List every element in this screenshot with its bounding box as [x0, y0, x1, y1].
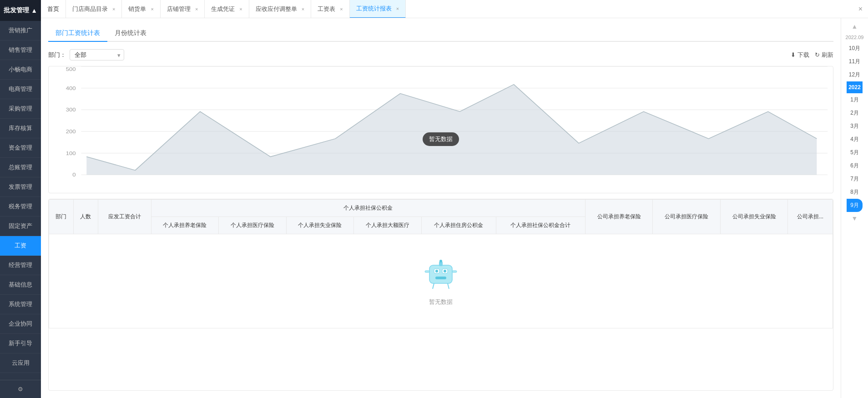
sidebar-item-ecommerce[interactable]: 电商管理	[0, 80, 41, 99]
timeline-item-2022-10[interactable]: 10月	[847, 42, 863, 55]
empty-state: 暂无数据	[53, 238, 829, 324]
sub-tab-month[interactable]: 月份统计表	[107, 25, 154, 42]
timeline-down-arrow[interactable]: ▼	[852, 212, 858, 225]
timeline-item-2023-4[interactable]: 4月	[847, 133, 863, 146]
tab-ar-ap[interactable]: 应收应付调整单×	[249, 0, 311, 18]
sidebar-item-finance[interactable]: 资金管理	[0, 138, 41, 158]
svg-text:500: 500	[66, 66, 76, 72]
timeline-item-2023-6[interactable]: 6月	[847, 159, 863, 172]
sidebar-item-guide[interactable]: 新手引导	[0, 334, 41, 353]
dept-select-wrapper[interactable]: 全部	[70, 49, 124, 60]
tab-salary-table[interactable]: 工资表×	[311, 0, 349, 18]
col-personal-social-total: 个人承担社保公积金合计	[496, 217, 585, 234]
sidebar-item-marketing[interactable]: 营销推广	[0, 21, 41, 40]
col-dept: 部门	[49, 200, 74, 234]
col-personal-pension: 个人承担养老保险	[151, 217, 219, 234]
tab-shop-catalog[interactable]: 门店商品目录×	[66, 0, 122, 18]
download-button[interactable]: ⬇ 下载	[791, 51, 809, 59]
tab-store-mgmt[interactable]: 店铺管理×	[161, 0, 205, 18]
settings-button[interactable]: ⚙	[0, 380, 41, 398]
timeline-panel: ▲ 2022.09 10月11月12月20221月2月3月4月5月6月7月8月9…	[841, 18, 868, 398]
chart-area: 0 100 200 300 400 500 暂无数据	[48, 66, 833, 193]
timeline-item-2023-7[interactable]: 7月	[847, 172, 863, 186]
col-company-more: 公司承担...	[788, 200, 833, 234]
toolbar-left: 部门： 全部	[48, 49, 124, 60]
tab-close-store-mgmt[interactable]: ×	[195, 6, 198, 12]
col-company-medical: 公司承担医疗保险	[653, 200, 721, 234]
dept-select[interactable]: 全部	[70, 49, 124, 60]
col-group-personal: 个人承担社保公积金	[151, 200, 585, 217]
svg-text:300: 300	[66, 107, 76, 113]
col-company-pension: 公司承担养老保险	[585, 200, 653, 234]
tab-voucher[interactable]: 生成凭证×	[205, 0, 249, 18]
timeline-item-2022-12[interactable]: 12月	[847, 68, 863, 81]
settings-icon: ⚙	[18, 386, 23, 393]
table-row: 暂无数据	[49, 234, 833, 328]
svg-rect-12	[429, 265, 452, 283]
sidebar-item-tax[interactable]: 税务管理	[0, 197, 41, 217]
tab-close-sales-order[interactable]: ×	[151, 6, 153, 12]
sidebar-header[interactable]: 批发管理 ▲	[0, 0, 41, 21]
sidebar-item-invoice[interactable]: 发票管理	[0, 177, 41, 197]
timeline-item-2023-9[interactable]: 9月	[847, 199, 863, 212]
toolbar-right: ⬇ 下载 ↻ 刷新	[791, 51, 833, 59]
sidebar-item-salary[interactable]: 工资	[0, 236, 41, 256]
timeline-item-2023-2[interactable]: 2月	[847, 106, 863, 120]
sidebar-item-inventory[interactable]: 库存核算	[0, 119, 41, 138]
svg-point-15	[435, 270, 438, 272]
tab-close-salary-table[interactable]: ×	[340, 6, 343, 12]
sidebar-item-assets[interactable]: 固定资产	[0, 217, 41, 236]
timeline-item-2022[interactable]: 2022	[847, 81, 863, 93]
timeline-item-2023-1[interactable]: 1月	[847, 93, 863, 106]
timeline-up-arrow[interactable]: ▲	[852, 20, 858, 33]
svg-line-23	[448, 283, 449, 289]
tab-close-voucher[interactable]: ×	[239, 6, 242, 12]
sub-tab-dept[interactable]: 部门工资统计表	[48, 25, 107, 42]
table-container[interactable]: 部门 人数 应发工资合计 个人承担社保公积金 公司承担养老保险 公司承担医疗保险…	[48, 199, 833, 391]
sidebar-item-mini-shop[interactable]: 小畅电商	[0, 60, 41, 80]
sidebar-item-sales[interactable]: 销售管理	[0, 40, 41, 60]
tab-salary-report[interactable]: 工资统计报表×	[350, 0, 406, 18]
sidebar-item-enterprise[interactable]: 企业协同	[0, 314, 41, 334]
sidebar-title: 批发管理	[4, 6, 29, 15]
timeline-item-2022-11[interactable]: 11月	[847, 55, 863, 68]
sub-tabs: 部门工资统计表 月份统计表	[48, 25, 833, 42]
timeline-item-2023-5[interactable]: 5月	[847, 146, 863, 159]
sidebar: 批发管理 ▲ 营销推广销售管理小畅电商电商管理采购管理库存核算资金管理总账管理发…	[0, 0, 41, 398]
content-area: 部门工资统计表 月份统计表 部门： 全部 ⬇ 下载	[41, 18, 868, 398]
empty-text: 暂无数据	[429, 298, 453, 306]
refresh-label: 刷新	[822, 51, 833, 59]
sidebar-item-operations[interactable]: 经营管理	[0, 256, 41, 275]
col-count: 人数	[73, 200, 98, 234]
col-personal-medical: 个人承担医疗保险	[219, 217, 287, 234]
sidebar-item-ledger[interactable]: 总账管理	[0, 158, 41, 177]
sidebar-item-system[interactable]: 系统管理	[0, 295, 41, 314]
sidebar-item-cloud[interactable]: 云应用	[0, 353, 41, 373]
chart-svg: 0 100 200 300 400 500	[49, 66, 833, 193]
tab-close-ar-ap[interactable]: ×	[302, 6, 304, 12]
col-personal-major-medical: 个人承担大额医疗	[354, 217, 422, 234]
timeline-item-2023-8[interactable]: 8月	[847, 186, 863, 199]
svg-text:100: 100	[66, 151, 76, 156]
tab-close-salary-report[interactable]: ×	[396, 6, 399, 11]
svg-point-16	[444, 270, 446, 272]
chart-area-fill	[86, 85, 817, 175]
col-total-salary: 应发工资合计	[98, 200, 151, 234]
timeline-item-2023-3[interactable]: 3月	[847, 120, 863, 133]
chart-no-data: 暂无数据	[423, 132, 459, 146]
col-company-unemployment: 公司承担失业保险	[720, 200, 788, 234]
sidebar-item-basic[interactable]: 基础信息	[0, 275, 41, 295]
tab-sales-order[interactable]: 销货单×	[122, 0, 160, 18]
tab-bar: 首页门店商品目录×销货单×店铺管理×生成凭证×应收应付调整单×工资表×工资统计报…	[41, 0, 868, 18]
tab-home[interactable]: 首页	[41, 0, 66, 18]
svg-line-22	[433, 283, 434, 289]
refresh-button[interactable]: ↻ 刷新	[815, 51, 833, 59]
sidebar-item-purchase[interactable]: 采购管理	[0, 99, 41, 119]
download-label: 下载	[797, 51, 809, 59]
timeline-year-label: 2022.09	[841, 33, 868, 42]
tab-close-shop-catalog[interactable]: ×	[112, 6, 115, 12]
svg-rect-21	[452, 271, 457, 272]
tab-bar-close[interactable]: ×	[853, 5, 868, 13]
sidebar-collapse-icon[interactable]: ▲	[31, 7, 37, 14]
page-content: 部门工资统计表 月份统计表 部门： 全部 ⬇ 下载	[41, 18, 841, 398]
